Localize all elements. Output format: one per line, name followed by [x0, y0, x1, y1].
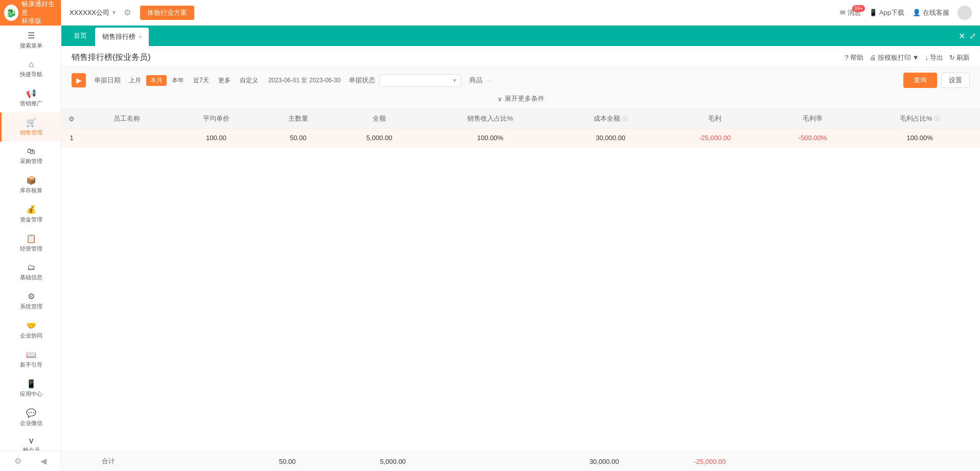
- date-tab-custom[interactable]: 自定义: [236, 75, 262, 86]
- tab-sales-ranking[interactable]: 销售排行榜 ×: [95, 28, 149, 46]
- sidebar-label-guide: 新手引导: [20, 361, 42, 369]
- th-avg-price: 平均单价: [171, 109, 261, 129]
- tab-sales-ranking-label: 销售排行榜: [102, 32, 135, 41]
- online-service-button[interactable]: 👤 在线客服: [913, 8, 949, 17]
- sidebar-item-marketing[interactable]: 📢 营销推广: [0, 83, 61, 113]
- sidebar-label-search: 搜索菜单: [20, 42, 42, 50]
- footer-label: 合计: [88, 457, 129, 466]
- message-button[interactable]: ✉ 消息 99+: [840, 8, 861, 17]
- sidebar-item-member[interactable]: V 畅会员: [0, 432, 61, 451]
- goods-filter-label: 商品: [469, 76, 483, 85]
- sidebar-item-inventory[interactable]: 📦 库存核算: [0, 170, 61, 199]
- page-header: 销售排行榜(按业务员) ? 帮助 🖨 按模板打印 ▼ ↓ 导出 ↻ 刷新: [61, 46, 980, 68]
- footer-gross: -25,000.00: [657, 458, 763, 465]
- tab-close-icon[interactable]: ×: [139, 34, 142, 40]
- sidebar-label-member: 畅会员: [23, 446, 40, 451]
- column-settings-icon[interactable]: ⚙: [69, 115, 75, 123]
- expand-tabs-icon[interactable]: ⤢: [969, 31, 976, 41]
- settings-button[interactable]: 设置: [941, 73, 970, 88]
- date-tab-this-month[interactable]: 本月: [146, 75, 167, 86]
- date-tab-more[interactable]: 更多: [214, 75, 235, 86]
- home-icon: ⌂: [29, 60, 34, 69]
- expand-row: ∨ 展开更多条件: [72, 91, 970, 103]
- date-tab-7days[interactable]: 近7天: [189, 75, 213, 86]
- filter-area: ▶ 单据日期 上月 本月 本年 近7天 更多 自定义 2023-06-01 至 …: [61, 68, 980, 109]
- user-avatar[interactable]: [958, 6, 972, 20]
- help-link[interactable]: ? 帮助: [845, 53, 863, 62]
- table-head: ⚙ 员工名称 平均单价 主数量 全额 销售收入占比% 成本全额 ⓘ 毛利 毛利率: [61, 109, 980, 129]
- th-settings[interactable]: ⚙: [61, 109, 82, 129]
- enterprise-icon: 🤝: [26, 321, 36, 330]
- filter-row: ▶ 单据日期 上月 本月 本年 近7天 更多 自定义 2023-06-01 至 …: [72, 73, 970, 88]
- print-dropdown-icon: ▼: [913, 54, 919, 61]
- sidebar-item-sales[interactable]: 🛒 销售管理: [0, 113, 61, 142]
- date-range-display: 2023-06-01 至 2023-06-30: [268, 76, 340, 85]
- company-dropdown-icon: ▼: [111, 10, 117, 15]
- app-download-button[interactable]: 📱 App下载: [869, 8, 904, 17]
- table-header-row: ⚙ 员工名称 平均单价 主数量 全额 销售收入占比% 成本全额 ⓘ 毛利 毛利率: [61, 109, 980, 129]
- query-button[interactable]: 查询: [903, 73, 937, 88]
- cell-gross: -25,000.00: [664, 129, 766, 147]
- footer-cost: 30,000.00: [552, 458, 657, 465]
- expand-conditions-btn[interactable]: ∨ 展开更多条件: [72, 94, 970, 103]
- th-amount: 全额: [335, 109, 423, 129]
- message-icon: ✉: [840, 9, 846, 16]
- table-area: ⚙ 员工名称 平均单价 主数量 全额 销售收入占比% 成本全额 ⓘ 毛利 毛利率: [61, 109, 980, 451]
- sidebar-item-enterprise[interactable]: 🤝 企业协同: [0, 316, 61, 345]
- trial-button[interactable]: 体验行业方案: [140, 6, 194, 20]
- table-footer: 合计 50.00 5,000.00 30,000.00 -25,000.00: [61, 451, 980, 471]
- date-tab-last-month[interactable]: 上月: [125, 75, 145, 86]
- sidebar-item-guide[interactable]: 📖 新手引导: [0, 345, 61, 374]
- collapse-icon[interactable]: ◀: [40, 456, 47, 466]
- sidebar-item-basic-info[interactable]: 🗂 基础信息: [0, 258, 61, 286]
- sidebar-item-search[interactable]: ☰ 搜索菜单: [0, 26, 61, 55]
- print-button[interactable]: 🖨 按模板打印 ▼: [870, 53, 919, 62]
- cell-rank: 1: [61, 129, 82, 147]
- topbar-gear-icon[interactable]: ⚙: [124, 8, 131, 17]
- date-tab-this-year[interactable]: 本年: [168, 75, 188, 86]
- marketing-icon: 📢: [26, 88, 36, 98]
- tab-home[interactable]: 首页: [65, 26, 95, 46]
- logo-icon: 🐉: [4, 5, 18, 21]
- sidebar-label-quick-nav: 快捷导航: [20, 71, 42, 78]
- sidebar-item-purchase[interactable]: 🛍 采购管理: [0, 142, 61, 170]
- refresh-icon: ↻: [949, 54, 955, 61]
- filter-toggle-btn[interactable]: ▶: [72, 73, 86, 87]
- logo-line1: 畅康通好生意: [21, 0, 57, 17]
- status-select[interactable]: [379, 74, 461, 87]
- finance-icon: 💰: [26, 205, 36, 214]
- sidebar-label-system: 系统管理: [20, 303, 42, 310]
- operations-icon: 📋: [26, 234, 36, 243]
- member-icon: V: [29, 437, 34, 445]
- cell-avg-price: 100.00: [171, 129, 261, 147]
- cell-gross-rate: -500.00%: [766, 129, 860, 147]
- sidebar-item-system[interactable]: ⚙ 系统管理: [0, 286, 61, 316]
- system-icon: ⚙: [28, 291, 35, 301]
- sidebar-item-quick-nav[interactable]: ⌂ 快捷导航: [0, 55, 61, 83]
- data-table: ⚙ 员工名称 平均单价 主数量 全额 销售收入占比% 成本全额 ⓘ 毛利 毛利率: [61, 109, 980, 147]
- sidebar-item-operations[interactable]: 📋 经营管理: [0, 229, 61, 258]
- print-icon: 🖨: [870, 54, 876, 61]
- cost-info-icon[interactable]: ⓘ: [622, 116, 628, 122]
- footer-qty: 50.00: [235, 458, 340, 465]
- export-button[interactable]: ↓ 导出: [925, 53, 944, 62]
- wechat-icon: 💬: [26, 408, 36, 418]
- refresh-button[interactable]: ↻ 刷新: [949, 53, 970, 62]
- gross-pct-info-icon[interactable]: ⓘ: [934, 116, 940, 122]
- settings-bottom-icon[interactable]: ⚙: [14, 456, 21, 466]
- cell-amount: 5,000.00: [335, 129, 423, 147]
- sidebar-label-finance: 资金管理: [20, 216, 42, 223]
- main-area: XXXXXX公司 ▼ ⚙ 体验行业方案 ✉ 消息 99+ 📱 App下载 👤 在…: [61, 0, 980, 471]
- sidebar-item-wechat[interactable]: 💬 企业微信: [0, 403, 61, 432]
- table-body: 1 100.00 50.00 5,000.00 100.00% 30,000.0…: [61, 129, 980, 147]
- sidebar-item-finance[interactable]: 💰 资金管理: [0, 199, 61, 229]
- close-all-tabs-icon[interactable]: ✕: [959, 31, 965, 41]
- goods-filter: 商品 ···: [469, 76, 492, 85]
- service-icon: 👤: [913, 9, 921, 16]
- cell-gross-pct: 100.00%: [859, 129, 980, 147]
- sidebar-item-app-center[interactable]: 📱 应用中心: [0, 374, 61, 403]
- company-selector[interactable]: XXXXXX公司 ▼: [70, 8, 117, 17]
- help-icon: ?: [845, 54, 848, 61]
- sidebar-label-marketing: 营销推广: [20, 100, 42, 107]
- page-title: 销售排行榜(按业务员): [72, 52, 151, 63]
